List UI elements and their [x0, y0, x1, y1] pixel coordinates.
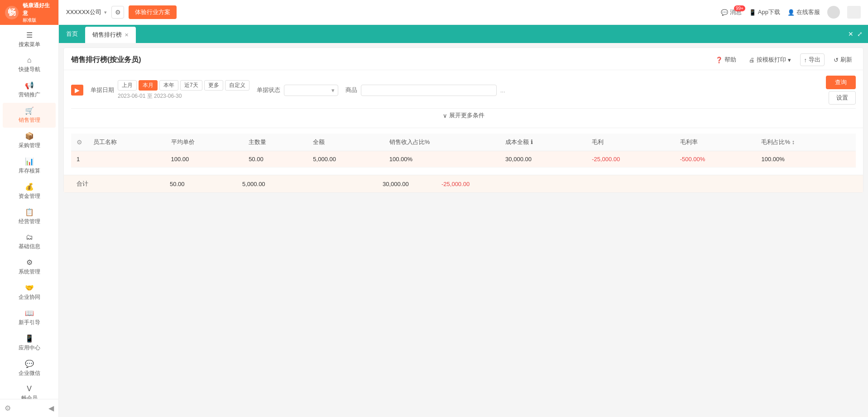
- column-settings-icon[interactable]: ⚙: [77, 139, 82, 146]
- goods-filter: 商品 ...: [345, 85, 505, 96]
- page-header: 销售排行榜(按业务员) ❓ 帮助 🖨 按模板打印 ▾ ↑ 导出: [64, 48, 863, 70]
- sidebar-item-6[interactable]: 💰 资金管理: [3, 179, 56, 204]
- set-button[interactable]: 设置: [829, 91, 856, 105]
- sidebar-icon-12: 📱: [25, 334, 34, 343]
- download-icon: 📱: [749, 9, 756, 16]
- sidebar-label-4: 采购管理: [19, 142, 40, 149]
- trial-button[interactable]: 体验行业方案: [129, 5, 177, 19]
- filter-toggle-btn[interactable]: ▶: [71, 85, 83, 96]
- app-sub: 标准版: [23, 17, 54, 24]
- app-download-btn[interactable]: 📱 App下载: [749, 8, 780, 16]
- sales-ranking-tab-label: 销售排行榜: [92, 31, 122, 39]
- table-footer: 合计 50.00 5,000.00 30,000.00 -25,000.00: [64, 175, 863, 192]
- sidebar-item-0[interactable]: ☰ 搜索菜单: [3, 27, 56, 52]
- tabbar: 首页 销售排行榜 ✕ ✕ ⤢: [59, 25, 868, 43]
- sidebar-settings-icon[interactable]: ⚙: [5, 404, 11, 412]
- message-badge: 99+: [734, 5, 745, 11]
- date-btn-7days[interactable]: 近7天: [180, 80, 202, 91]
- th-amount: 全额: [307, 134, 384, 151]
- company-arrow-icon: ▾: [104, 10, 107, 15]
- footer-total-label: 合计: [77, 180, 88, 188]
- th-avg-price: 平均单价: [166, 134, 244, 151]
- date-filter: 单据日期 上月 本月 本年 近7天 更多 自定义 2023-06-01 至 20…: [91, 80, 249, 100]
- sidebar-item-9[interactable]: ⚙ 系统管理: [3, 254, 56, 279]
- sidebar-item-8[interactable]: 🗂 基础信息: [3, 230, 56, 254]
- page-title: 销售排行榜(按业务员): [71, 55, 141, 65]
- sidebar-item-3[interactable]: 🛒 销售管理: [3, 103, 56, 128]
- sidebar-icon-5: 📊: [25, 157, 34, 166]
- status-select[interactable]: [284, 85, 338, 96]
- goods-filter-label: 商品: [345, 86, 357, 94]
- sidebar-label-6: 资金管理: [19, 192, 40, 200]
- page-container: 销售排行榜(按业务员) ❓ 帮助 🖨 按模板打印 ▾ ↑ 导出: [63, 48, 863, 193]
- sidebar-item-10[interactable]: 🤝 企业协同: [3, 280, 56, 305]
- tab-close-icon[interactable]: ✕: [125, 32, 129, 38]
- tabbar-actions: ✕ ⤢: [848, 30, 868, 38]
- sidebar-item-14[interactable]: V 畅会员: [3, 381, 56, 399]
- sidebar-label-1: 快捷导航: [19, 66, 40, 73]
- date-btn-custom[interactable]: 自定义: [225, 80, 249, 91]
- cell-amount: 5,000.00: [307, 151, 384, 168]
- message-icon: 💬: [721, 9, 728, 16]
- app-logo-icon: 畅: [5, 5, 19, 20]
- sidebar: 畅 畅康通好生意 标准版 ☰ 搜索菜单 ⌂ 快捷导航 📢 营销推广 🛒 销售管理…: [0, 0, 59, 417]
- sidebar-label-2: 营销推广: [19, 91, 40, 99]
- sidebar-icon-3: 🛒: [25, 106, 34, 115]
- more-dots[interactable]: ...: [500, 87, 505, 94]
- export-icon: ↑: [804, 57, 807, 63]
- date-btn-more[interactable]: 更多: [204, 80, 223, 91]
- export-btn[interactable]: ↑ 导出: [800, 53, 825, 66]
- sidebar-icon-13: 💬: [25, 359, 34, 368]
- table-header-row: ⚙ 员工名称 平均单价 主数量 全额 销售收入占比% 成本全额 ℹ 毛利 毛利率…: [71, 134, 856, 151]
- date-btn-last-month[interactable]: 上月: [118, 80, 137, 91]
- sidebar-label-13: 企业微信: [19, 369, 40, 377]
- cell-gross-pct: 100.00%: [756, 151, 856, 168]
- user-avatar[interactable]: [827, 6, 840, 19]
- sidebar-item-7[interactable]: 📋 经营管理: [3, 204, 56, 229]
- app-name: 畅康通好生意: [23, 2, 54, 17]
- refresh-btn[interactable]: ↺ 刷新: [830, 54, 856, 66]
- sidebar-icon-1: ⌂: [27, 56, 32, 64]
- goods-input[interactable]: [361, 85, 497, 96]
- print-btn[interactable]: 🖨 按模板打印 ▾: [745, 54, 795, 66]
- topbar-settings-btn[interactable]: ⚙: [111, 6, 124, 19]
- page-actions: ❓ 帮助 🖨 按模板打印 ▾ ↑ 导出 ↺ 刷新: [712, 53, 856, 66]
- sidebar-item-11[interactable]: 📖 新手引导: [3, 305, 56, 330]
- service-icon: 👤: [787, 9, 795, 16]
- sidebar-item-2[interactable]: 📢 营销推广: [3, 77, 56, 102]
- status-filter-label: 单据状态: [257, 86, 280, 94]
- company-selector[interactable]: XXXXXX公司 ▾: [66, 8, 107, 16]
- tab-expand-icon[interactable]: ⤢: [857, 30, 863, 38]
- message-btn[interactable]: 💬 消息 99+: [721, 8, 742, 16]
- sidebar-item-1[interactable]: ⌂ 快捷导航: [3, 53, 56, 77]
- company-name: XXXXXX公司: [66, 8, 101, 16]
- query-button[interactable]: 查询: [826, 76, 856, 89]
- help-btn[interactable]: ❓ 帮助: [712, 54, 740, 66]
- sidebar-icon-0: ☰: [26, 31, 33, 39]
- date-btn-this-year[interactable]: 本年: [159, 80, 178, 91]
- th-cost: 成本全额 ℹ: [500, 134, 586, 151]
- sidebar-icon-4: 📦: [25, 132, 34, 140]
- sidebar-item-12[interactable]: 📱 应用中心: [3, 331, 56, 355]
- main-area: XXXXXX公司 ▾ ⚙ 体验行业方案 💬 消息 99+ 📱 App下载 👤 在…: [59, 0, 868, 417]
- date-btn-this-month[interactable]: 本月: [139, 80, 158, 91]
- th-name: 员工名称: [88, 134, 166, 151]
- date-buttons: 上月 本月 本年 近7天 更多 自定义: [118, 80, 249, 91]
- sidebar-collapse-icon[interactable]: ◀: [48, 404, 54, 412]
- tab-sales-ranking[interactable]: 销售排行榜 ✕: [85, 27, 136, 43]
- sidebar-item-5[interactable]: 📊 库存核算: [3, 153, 56, 178]
- th-settings: ⚙: [71, 134, 88, 151]
- tab-home[interactable]: 首页: [59, 25, 85, 43]
- refresh-icon: ↺: [834, 57, 839, 63]
- sidebar-icon-9: ⚙: [26, 258, 33, 267]
- sidebar-item-13[interactable]: 💬 企业微信: [3, 356, 56, 381]
- cell-sales-pct: 100.00%: [384, 151, 500, 168]
- date-range-display: 2023-06-01 至 2023-06-30: [118, 92, 249, 100]
- online-service-btn[interactable]: 👤 在线客服: [787, 8, 820, 16]
- expand-btn[interactable]: ∨ 展开更多条件: [71, 109, 856, 122]
- expand-chevron-icon: ∨: [443, 112, 447, 119]
- sidebar-icon-14: V: [27, 385, 32, 393]
- tab-close-all-icon[interactable]: ✕: [848, 30, 854, 38]
- table-row: 1 100.00 50.00 5,000.00 100.00% 30,000.0…: [71, 151, 856, 168]
- sidebar-item-4[interactable]: 📦 采购管理: [3, 128, 56, 153]
